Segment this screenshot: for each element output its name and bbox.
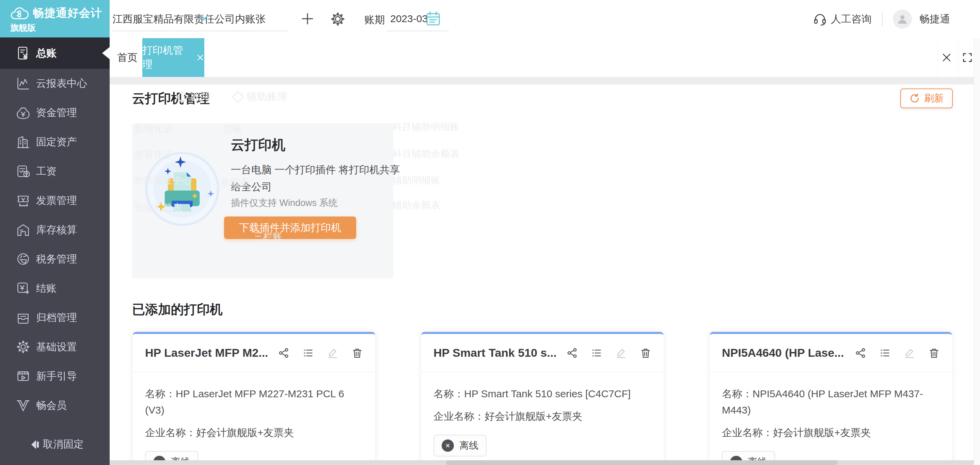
chart-icon	[16, 76, 31, 91]
list-icon[interactable]	[591, 347, 602, 359]
share-icon[interactable]	[278, 347, 290, 359]
list-icon[interactable]	[879, 347, 891, 359]
username[interactable]: 畅捷通	[920, 12, 950, 26]
topbar-right: 人工咨询 畅捷通	[813, 0, 950, 38]
gear-icon	[16, 340, 31, 354]
printer-card-title: NPI5A4640 (HP Lase...	[722, 346, 855, 359]
live-support-link[interactable]: 人工咨询	[813, 12, 872, 26]
diamond-icon	[232, 90, 245, 103]
ledger-icon	[16, 46, 31, 60]
company-selector[interactable]: 江西服宝精品有限责任公司内账张	[112, 12, 266, 26]
closing-icon	[16, 281, 31, 296]
tax-icon	[16, 252, 31, 267]
chevron-down-icon[interactable]	[197, 14, 209, 22]
sparkle-icon	[207, 190, 215, 197]
edit-icon[interactable]	[327, 347, 339, 359]
printer-illustration	[143, 150, 221, 228]
sparkle-icon	[174, 156, 186, 168]
promo-description: 一台电脑 一个打印插件 将打印机共享给全公司	[231, 161, 403, 195]
delete-icon[interactable]	[928, 347, 940, 359]
sidebar-item-settings[interactable]: 基础设置	[0, 332, 110, 362]
add-account-button[interactable]	[300, 11, 315, 26]
edit-icon[interactable]	[615, 347, 627, 359]
offline-x-icon	[442, 440, 454, 452]
delete-icon[interactable]	[352, 347, 363, 359]
unpin-sidebar-button[interactable]: 取消固定	[0, 437, 110, 451]
member-v-icon	[16, 398, 31, 413]
sidebar-item-invoices[interactable]: 发票管理	[0, 186, 110, 215]
avatar[interactable]	[893, 10, 912, 29]
printer-card-title: HP LaserJet MFP M2...	[145, 346, 278, 359]
close-tabs-button[interactable]	[937, 38, 955, 77]
printer-card: NPI5A4640 (HP Lase... 名称：NPI5A4640 (HP L…	[710, 332, 952, 465]
printer-company-field: 企业名称：好会计旗舰版+友票夹	[433, 408, 651, 424]
video-guide-icon	[16, 369, 31, 384]
delete-icon[interactable]	[640, 347, 651, 359]
cloud-logo-icon	[10, 6, 29, 21]
account-settings-icon[interactable]	[330, 11, 345, 27]
fullscreen-button[interactable]	[958, 38, 976, 77]
tab-home[interactable]: 首页	[112, 38, 143, 77]
printer-name-field: 名称：NPI5A4640 (HP LaserJet MFP M437-M443)	[722, 386, 940, 418]
topbar: 江西服宝精品有限责任公司内账张 账期 2023-03 人工咨询 畅捷通	[110, 0, 980, 38]
sidebar-item-closing[interactable]: 结账	[0, 274, 110, 303]
horizontal-scrollbar[interactable]	[110, 460, 974, 465]
sidebar-item-member[interactable]: 畅会员	[0, 391, 110, 420]
sidebar-menu: 云报表中心 资金管理 固定资产 工资 发票管理 库存核算 税务管理 结账	[0, 69, 110, 420]
period-underline	[387, 31, 449, 31]
edit-icon[interactable]	[904, 347, 915, 359]
money-bag-icon	[16, 105, 31, 120]
sparkle-icon	[155, 201, 167, 213]
refresh-button[interactable]: 刷新	[900, 89, 953, 108]
divider	[882, 12, 883, 26]
promo-note: 插件仅支持 Windows 系统	[231, 197, 338, 209]
tab-bar: 首页 打印机管理	[110, 38, 980, 77]
printer-card-title: HP Smart Tank 510 s...	[433, 346, 566, 359]
payroll-icon	[16, 164, 31, 179]
horizontal-scrollbar-thumb[interactable]	[446, 460, 838, 465]
archive-icon	[16, 310, 31, 325]
calendar-icon[interactable]	[426, 11, 441, 27]
page-title: 云打印机管理	[132, 90, 210, 107]
printer-cards: HP LaserJet MFP M2... 名称：HP LaserJet MFP…	[133, 332, 952, 465]
invoice-icon	[16, 193, 31, 208]
sidebar-item-payroll[interactable]: 工资	[0, 157, 110, 186]
buildings-icon	[16, 135, 31, 149]
list-icon[interactable]	[302, 347, 314, 359]
printer-management-page: 云打印机管理 刷新	[110, 84, 974, 465]
status-badge: 离线	[433, 435, 487, 457]
sidebar-item-tax[interactable]: 税务管理	[0, 244, 110, 274]
sidebar-item-cloud-reports[interactable]: 云报表中心	[0, 69, 110, 98]
brand-edition: 旗舰版	[10, 22, 110, 33]
tab-close-icon[interactable]	[196, 54, 204, 62]
share-icon[interactable]	[855, 347, 866, 359]
sidebar: 畅捷通好会计 旗舰版 总账 云报表中心 资金管理 固定资产 工资	[0, 0, 110, 465]
content-gap	[110, 77, 980, 84]
sidebar-item-inventory[interactable]: 库存核算	[0, 215, 110, 244]
period-value[interactable]: 2023-03	[390, 13, 428, 24]
printer-name-field: 名称：HP LaserJet MFP M227-M231 PCL 6 (V3)	[145, 386, 363, 418]
download-plugin-button[interactable]: 下载插件并添加打印机	[224, 216, 356, 239]
sidebar-item-funds[interactable]: 资金管理	[0, 98, 110, 127]
selected-item-arrow	[102, 47, 110, 59]
sidebar-item-label: 总账	[36, 46, 57, 60]
sidebar-item-general-ledger[interactable]: 总账	[0, 37, 110, 69]
period-label: 账期	[364, 13, 385, 27]
added-printers-title: 已添加的打印机	[132, 301, 223, 318]
headset-icon	[813, 12, 827, 26]
unpin-icon	[26, 440, 40, 450]
promo-title: 云打印机	[231, 135, 285, 154]
brand-logo: 畅捷通好会计 旗舰版	[0, 0, 110, 37]
sidebar-item-fixed-assets[interactable]: 固定资产	[0, 127, 110, 157]
printer-card: HP LaserJet MFP M2... 名称：HP LaserJet MFP…	[133, 332, 375, 465]
ghost-section-header: 辅助账簿	[234, 90, 287, 104]
brand-name: 畅捷通好会计	[33, 5, 102, 21]
printer-company-field: 企业名称：好会计旗舰版+友票夹	[722, 424, 940, 441]
sidebar-item-guide[interactable]: 新手引导	[0, 362, 110, 391]
printer-name-field: 名称：HP Smart Tank 510 series [C4C7CF]	[433, 386, 651, 402]
share-icon[interactable]	[566, 347, 578, 359]
tab-printer-management[interactable]: 打印机管理	[142, 38, 204, 77]
sidebar-item-archive[interactable]: 归档管理	[0, 303, 110, 332]
vertical-scrollbar[interactable]	[974, 38, 980, 465]
printer-card: HP Smart Tank 510 s... 名称：HP Smart Tank …	[421, 332, 663, 465]
